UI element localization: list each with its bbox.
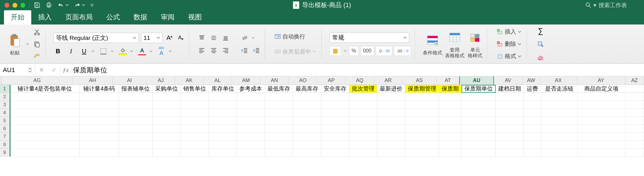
cell-AS1[interactable]: 保质期管理	[405, 85, 439, 93]
cell-styles-button[interactable]: 单元 格样式	[467, 30, 483, 58]
cell-AR2[interactable]	[377, 93, 405, 101]
cell-AV7[interactable]	[496, 133, 524, 141]
minimize-window-button[interactable]	[13, 3, 17, 8]
align-bottom-button[interactable]	[221, 34, 230, 42]
cell-AS7[interactable]	[405, 133, 439, 141]
search-sheet[interactable]: ▾	[585, 2, 642, 9]
cell-AH3[interactable]	[80, 101, 119, 109]
cell-AW7[interactable]	[524, 133, 541, 141]
cell-AM5[interactable]	[237, 117, 265, 125]
cell-AJ1[interactable]: 采购单位	[153, 85, 181, 93]
cell-AQ7[interactable]	[349, 133, 377, 141]
cell-AZ5[interactable]	[626, 117, 644, 125]
cell-AX3[interactable]	[541, 101, 578, 109]
cell-AI4[interactable]	[119, 109, 153, 117]
cell-AU1[interactable]: 保质期单位	[462, 85, 496, 93]
cell-AQ1[interactable]: 批次管理	[349, 85, 377, 93]
cell-AL9[interactable]	[209, 149, 237, 157]
cell-AK5[interactable]	[181, 117, 209, 125]
row-header-6[interactable]: 6	[0, 125, 10, 133]
cell-AO4[interactable]	[293, 109, 321, 117]
cell-AR5[interactable]	[377, 117, 405, 125]
cell-AX2[interactable]	[541, 93, 578, 101]
cell-AT9[interactable]	[439, 149, 462, 157]
cell-AQ2[interactable]	[349, 93, 377, 101]
cell-AQ6[interactable]	[349, 125, 377, 133]
cell-AU8[interactable]	[462, 141, 496, 149]
cell-AP4[interactable]	[321, 109, 349, 117]
cell-AZ4[interactable]	[626, 109, 644, 117]
column-header-AY[interactable]: AY	[577, 76, 625, 85]
column-header-AN[interactable]: AN	[260, 76, 289, 85]
format-as-table-button[interactable]: 套用 表格格式	[445, 30, 464, 58]
cell-AR8[interactable]	[377, 141, 405, 149]
cell-AY1[interactable]: 商品自定义项	[578, 85, 626, 93]
cell-AK2[interactable]	[181, 93, 209, 101]
cell-AP8[interactable]	[321, 141, 349, 149]
align-center-button[interactable]	[209, 46, 218, 55]
cell-AU3[interactable]	[462, 101, 496, 109]
cell-AX7[interactable]	[541, 133, 578, 141]
cell-AS6[interactable]	[405, 125, 439, 133]
cell-AM7[interactable]	[237, 133, 265, 141]
cell-AQ3[interactable]	[349, 101, 377, 109]
cell-AL3[interactable]	[209, 101, 237, 109]
cell-AL7[interactable]	[209, 133, 237, 141]
name-box[interactable]: AU1	[0, 64, 35, 76]
cell-AW9[interactable]	[524, 149, 541, 157]
cell-AI7[interactable]	[119, 133, 153, 141]
row-header-1[interactable]: 1	[0, 85, 10, 93]
cell-AK1[interactable]: 销售单位	[181, 85, 209, 93]
cell-AU5[interactable]	[462, 117, 496, 125]
wrap-text-button[interactable]: 自动换行	[273, 32, 318, 42]
undo-button[interactable]	[57, 2, 69, 8]
cell-AM3[interactable]	[237, 101, 265, 109]
cell-AZ9[interactable]	[626, 149, 644, 157]
row-header-4[interactable]: 4	[0, 109, 10, 117]
cell-AY7[interactable]	[578, 133, 626, 141]
cell-AP5[interactable]	[321, 117, 349, 125]
increase-font-button[interactable]: A▴	[165, 34, 174, 42]
cell-AW3[interactable]	[524, 101, 541, 109]
cut-button[interactable]	[32, 28, 41, 36]
cell-AR1[interactable]: 最新进价	[377, 85, 405, 93]
cell-AT4[interactable]	[439, 109, 462, 117]
cell-AH6[interactable]	[80, 125, 119, 133]
cell-AP7[interactable]	[321, 133, 349, 141]
fill-color-dropdown[interactable]	[130, 47, 134, 56]
cancel-formula-button[interactable]: ✕	[35, 66, 48, 74]
cell-AR3[interactable]	[377, 101, 405, 109]
cell-AV3[interactable]	[496, 101, 524, 109]
paste-button[interactable]	[7, 32, 23, 48]
cell-AN4[interactable]	[265, 109, 293, 117]
cell-AU6[interactable]	[462, 125, 496, 133]
cell-AL2[interactable]	[209, 93, 237, 101]
font-name-select[interactable]: 等线 Regular (正文)	[53, 33, 139, 43]
cell-AR9[interactable]	[377, 149, 405, 157]
cell-AL8[interactable]	[209, 141, 237, 149]
cell-AI1[interactable]: 报表辅单位	[119, 85, 153, 93]
cell-AM4[interactable]	[237, 109, 265, 117]
tab-insert[interactable]: 插入	[31, 10, 59, 24]
number-format-select[interactable]: 常规	[330, 32, 409, 43]
cell-AX6[interactable]	[541, 125, 578, 133]
cell-AJ3[interactable]	[153, 101, 181, 109]
cell-AX1[interactable]: 是否走冻链	[541, 85, 578, 93]
border-dropdown[interactable]	[110, 47, 114, 56]
cell-AX9[interactable]	[541, 149, 578, 157]
cell-AN1[interactable]: 最低库存	[265, 85, 293, 93]
cell-AM1[interactable]: 参考成本	[237, 85, 265, 93]
column-header-AJ[interactable]: AJ	[147, 76, 175, 85]
cell-AG2[interactable]	[10, 93, 80, 101]
column-header-AT[interactable]: AT	[437, 76, 459, 85]
cell-AN6[interactable]	[265, 125, 293, 133]
cell-AN7[interactable]	[265, 133, 293, 141]
cell-AW5[interactable]	[524, 117, 541, 125]
qat-customize-button[interactable]	[90, 4, 94, 7]
column-header-AG[interactable]: AG	[2, 76, 73, 85]
cell-AJ2[interactable]	[153, 93, 181, 101]
increase-indent-button[interactable]	[252, 46, 261, 55]
cell-AI6[interactable]	[119, 125, 153, 133]
italic-button[interactable]: I	[67, 47, 76, 56]
orientation-button[interactable]: ab	[240, 34, 249, 42]
